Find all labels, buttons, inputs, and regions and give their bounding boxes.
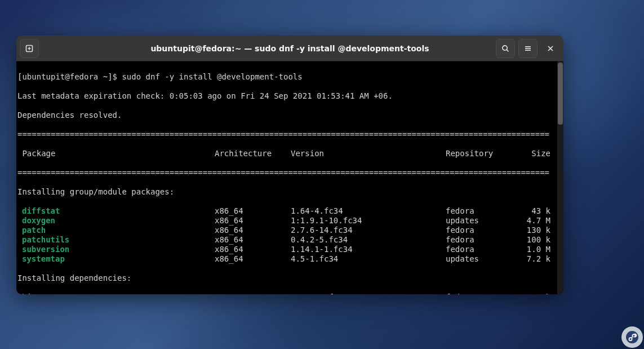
header-arch: Architecture	[215, 149, 291, 158]
package-name: bison	[17, 293, 215, 294]
package-repo: fedora	[446, 235, 513, 245]
package-repo: fedora	[446, 245, 513, 254]
package-row: diffstatx86_641.64-4.fc34fedora43 k	[17, 206, 563, 216]
metadata-line: Last metadata expiration check: 0:05:03 …	[17, 91, 563, 101]
svg-rect-7	[525, 50, 531, 51]
titlebar: ubuntupit@fedora:~ — sudo dnf -y install…	[16, 36, 563, 61]
package-arch: x86_64	[215, 235, 291, 245]
package-name: patchutils	[17, 235, 215, 245]
package-arch: x86_64	[215, 216, 291, 226]
package-repo: fedora	[446, 206, 513, 216]
package-arch: x86_64	[215, 254, 291, 264]
package-version: 0.4.2-5.fc34	[291, 235, 446, 245]
header-size: Size	[513, 149, 550, 158]
window-title: ubuntupit@fedora:~ — sudo dnf -y install…	[87, 44, 492, 53]
header-package: Package	[17, 149, 215, 158]
scrollbar[interactable]	[557, 61, 563, 294]
package-size: 130 k	[513, 226, 550, 235]
package-repo: updates	[446, 254, 513, 264]
package-row: patchutilsx86_640.4.2-5.fc34fedora100 k	[17, 235, 563, 245]
terminal-window: ubuntupit@fedora:~ — sudo dnf -y install…	[16, 36, 563, 294]
package-repo: updates	[446, 216, 513, 226]
package-row: bisonx86_643.7.4-2.fc34fedora925 k	[17, 293, 563, 294]
divider-top: ========================================…	[17, 130, 563, 139]
section-dependencies: Installing dependencies:	[17, 273, 563, 283]
header-version: Version	[291, 149, 446, 158]
package-name: diffstat	[17, 206, 215, 216]
menu-button[interactable]	[518, 39, 538, 58]
package-arch: x86_64	[215, 226, 291, 235]
package-name: systemtap	[17, 254, 215, 264]
package-version: 1:1.9.1-10.fc34	[291, 216, 446, 226]
package-arch: x86_64	[215, 245, 291, 254]
package-size: 7.2 k	[513, 254, 550, 264]
svg-point-3	[503, 45, 507, 50]
package-name: subversion	[17, 245, 215, 254]
package-version: 1.64-4.fc34	[291, 206, 446, 216]
close-button[interactable]	[541, 39, 560, 58]
package-row: subversionx86_641.14.1-1.fc34fedora1.0 M	[17, 245, 563, 254]
package-repo: fedora	[446, 226, 513, 235]
package-version: 2.7.6-14.fc34	[291, 226, 446, 235]
package-arch: x86_64	[215, 293, 291, 294]
divider-bottom: ========================================…	[17, 168, 563, 178]
resolved-line: Dependencies resolved.	[17, 111, 563, 120]
svg-rect-6	[525, 48, 531, 49]
package-size: 925 k	[513, 293, 550, 294]
table-header: PackageArchitectureVersionRepositorySize	[17, 149, 563, 158]
package-size: 43 k	[513, 206, 550, 216]
fedora-logo-icon	[621, 326, 643, 348]
search-button[interactable]	[496, 39, 515, 58]
header-repo: Repository	[446, 149, 513, 158]
package-repo: fedora	[446, 293, 513, 294]
new-tab-button[interactable]	[20, 39, 39, 58]
package-version: 1.14.1-1.fc34	[291, 245, 446, 254]
terminal-output[interactable]: [ubuntupit@fedora ~]$ sudo dnf -y instal…	[16, 61, 563, 294]
svg-rect-5	[525, 46, 531, 47]
package-row: patchx86_642.7.6-14.fc34fedora130 k	[17, 226, 563, 235]
svg-line-4	[507, 50, 508, 51]
package-row: doxygenx86_641:1.9.1-10.fc34updates4.7 M	[17, 216, 563, 226]
package-size: 100 k	[513, 235, 550, 245]
package-name: doxygen	[17, 216, 215, 226]
package-name: patch	[17, 226, 215, 235]
package-size: 1.0 M	[513, 245, 550, 254]
package-version: 3.7.4-2.fc34	[291, 293, 446, 294]
package-version: 4.5-1.fc34	[291, 254, 446, 264]
package-size: 4.7 M	[513, 216, 550, 226]
scrollbar-thumb[interactable]	[558, 63, 563, 125]
prompt-line: [ubuntupit@fedora ~]$ sudo dnf -y instal…	[17, 72, 563, 82]
package-row: systemtapx86_644.5-1.fc34updates7.2 k	[17, 254, 563, 264]
package-arch: x86_64	[215, 206, 291, 216]
section-group-packages: Installing group/module packages:	[17, 187, 563, 197]
